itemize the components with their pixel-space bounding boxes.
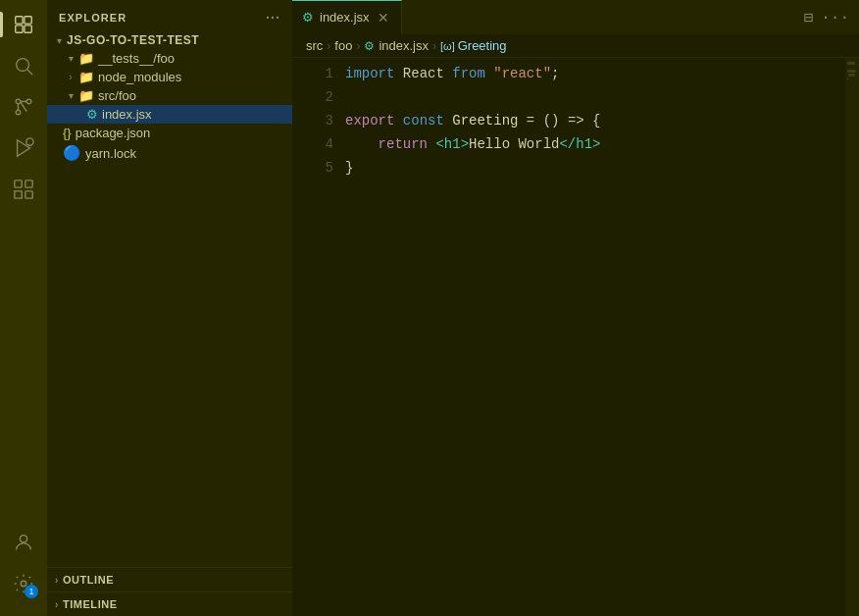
package-json-label: package.json: [76, 126, 151, 140]
timeline-arrow: ›: [55, 599, 59, 610]
root-arrow: ▾: [51, 35, 67, 46]
settings-icon[interactable]: 1: [7, 567, 40, 600]
breadcrumb-foo[interactable]: foo: [334, 38, 352, 53]
sidebar-more-button[interactable]: ···: [266, 10, 280, 26]
outline-header[interactable]: › OUTLINE: [47, 568, 292, 591]
svg-rect-2: [16, 26, 23, 32]
more-actions-icon[interactable]: ···: [821, 9, 849, 26]
svg-point-10: [26, 138, 33, 145]
breadcrumb-component[interactable]: [ω] Greeting: [440, 38, 507, 53]
svg-rect-11: [15, 180, 22, 187]
tree-item-yarn-lock[interactable]: 🔵 yarn.lock: [47, 142, 292, 164]
yarn-file-icon: 🔵: [63, 144, 81, 162]
outline-label: OUTLINE: [63, 574, 114, 586]
code-line-2: [345, 85, 845, 109]
account-icon[interactable]: [7, 526, 40, 559]
src-arrow: ▾: [63, 90, 78, 101]
file-tree: ▾ JS-GO-TO-TEST-TEST ▾ 📁 __tests__/foo ›…: [47, 31, 292, 567]
breadcrumb-file[interactable]: index.jsx: [379, 38, 429, 53]
svg-point-14: [20, 536, 26, 542]
svg-rect-12: [25, 180, 32, 187]
tree-item-package-json[interactable]: {} package.json: [47, 124, 292, 142]
node-modules-label: node_modules: [98, 70, 181, 84]
svg-point-8: [16, 110, 21, 115]
svg-rect-1: [25, 17, 31, 24]
svg-rect-3: [25, 26, 31, 32]
svg-rect-0: [16, 17, 23, 24]
run-icon[interactable]: [7, 131, 40, 165]
svg-line-5: [27, 70, 32, 75]
breadcrumb-src[interactable]: src: [306, 38, 323, 53]
breadcrumb-sep-1: ›: [327, 39, 330, 53]
code-editor[interactable]: 1 2 3 4 5 import React from "react"; exp…: [292, 58, 859, 616]
sidebar: EXPLORER ··· ▾ JS-GO-TO-TEST-TEST ▾ 📁 __…: [47, 0, 292, 616]
tree-item-tests-foo[interactable]: ▾ 📁 __tests__/foo: [47, 49, 292, 68]
line-numbers: 1 2 3 4 5: [292, 58, 341, 616]
search-icon[interactable]: [7, 49, 40, 82]
tree-item-src-foo[interactable]: ▾ 📁 src/foo: [47, 86, 292, 105]
explorer-icon[interactable]: [7, 8, 40, 41]
code-line-5: }: [345, 156, 845, 180]
sidebar-title: EXPLORER: [59, 12, 126, 24]
tab-bar-right: ⊟ ···: [804, 8, 859, 27]
code-content[interactable]: import React from "react"; export const …: [341, 58, 845, 616]
timeline-header[interactable]: › TIMELINE: [47, 592, 292, 616]
tests-arrow: ▾: [63, 53, 78, 64]
split-editor-icon[interactable]: ⊟: [804, 8, 814, 27]
code-line-3: export const Greeting = () => {: [345, 109, 845, 132]
folder-icon: 📁: [78, 70, 94, 84]
svg-marker-9: [18, 140, 30, 157]
extensions-icon[interactable]: [7, 173, 40, 206]
outline-arrow: ›: [55, 575, 59, 586]
yarn-lock-label: yarn.lock: [85, 146, 136, 161]
editor-area: ⚙ index.jsx ✕ ⊟ ··· src › foo › ⚙ index.…: [292, 0, 859, 616]
tab-index-jsx[interactable]: ⚙ index.jsx ✕: [292, 0, 402, 34]
svg-rect-13: [25, 191, 32, 198]
svg-point-7: [26, 99, 31, 104]
timeline-section: › TIMELINE: [47, 591, 292, 616]
breadcrumb-component-icon: [ω]: [440, 40, 455, 52]
svg-point-4: [17, 59, 29, 72]
tree-item-node-modules[interactable]: › 📁 node_modules: [47, 68, 292, 86]
editor-scrollbar[interactable]: [845, 58, 859, 616]
tree-item-index-jsx[interactable]: ⚙ index.jsx: [47, 105, 292, 124]
jsx-file-icon: ⚙: [86, 107, 98, 122]
folder-icon: 📁: [78, 51, 94, 66]
tree-root[interactable]: ▾ JS-GO-TO-TEST-TEST: [47, 31, 292, 49]
src-label: src/foo: [98, 88, 136, 103]
index-jsx-label: index.jsx: [102, 107, 152, 122]
tab-file-icon: ⚙: [302, 10, 314, 25]
breadcrumb-sep-3: ›: [432, 39, 436, 53]
tab-label: index.jsx: [320, 10, 370, 25]
breadcrumb-component-label: Greeting: [458, 38, 507, 53]
code-line-1: import React from "react";: [345, 62, 845, 85]
tabs: ⚙ index.jsx ✕: [292, 0, 402, 34]
code-line-4: return <h1>Hello World</h1>: [345, 132, 845, 156]
tab-bar: ⚙ index.jsx ✕ ⊟ ···: [292, 0, 859, 34]
settings-badge: 1: [25, 585, 38, 598]
tab-close-button[interactable]: ✕: [376, 10, 391, 26]
svg-point-15: [21, 581, 26, 587]
folder-icon: 📁: [78, 88, 94, 103]
tests-label: __tests__/foo: [98, 51, 175, 66]
svg-point-6: [16, 99, 21, 104]
activity-bar: 1: [0, 0, 47, 616]
timeline-label: TIMELINE: [63, 598, 118, 610]
node-modules-arrow: ›: [63, 72, 78, 82]
breadcrumb-sep-2: ›: [356, 39, 360, 53]
breadcrumb-file-icon: ⚙: [364, 39, 375, 53]
minimap: [845, 58, 859, 616]
source-control-icon[interactable]: [7, 90, 40, 124]
breadcrumb: src › foo › ⚙ index.jsx › [ω] Greeting: [292, 34, 859, 58]
json-file-icon: {}: [63, 126, 72, 140]
outline-section: › OUTLINE: [47, 567, 292, 591]
root-label: JS-GO-TO-TEST-TEST: [67, 33, 199, 47]
sidebar-header: EXPLORER ···: [47, 0, 292, 31]
